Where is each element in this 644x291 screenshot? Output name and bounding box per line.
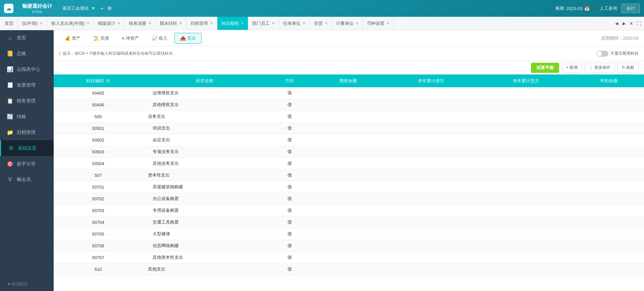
sidebar-item-tax[interactable]: 📋 税务管理	[0, 93, 54, 109]
tab-close-all[interactable]: ✕	[628, 20, 635, 27]
tab-item-1[interactable]: 仅(中期)✕	[18, 17, 47, 30]
sidebar-item-guide[interactable]: 🎯 新手引导	[0, 156, 54, 172]
tab-close-btn[interactable]: ✕	[148, 21, 151, 26]
main-layout: ⌂ 首页 📒 总账 📊 云报表中心 🧾 发票管理 📋 税务管理 🔄 结账 📁 归…	[0, 30, 644, 291]
sidebar-item-archive[interactable]: 📁 归档管理	[0, 125, 54, 140]
settings-icon[interactable]: ⚙	[107, 5, 112, 11]
cell-year-opening	[573, 193, 644, 205]
calendar-icon[interactable]: 📅	[584, 6, 590, 11]
cell-ytd-debit	[383, 134, 478, 146]
tab-close-btn[interactable]: ✕	[87, 21, 90, 26]
tab-label: 归档管理	[191, 20, 208, 27]
tab-item-2[interactable]: 收入支出表(年报)✕	[47, 17, 94, 30]
sidebar-item-ledger[interactable]: 📒 总账	[0, 46, 54, 61]
table-row[interactable]: 510 其他支出 借	[54, 263, 644, 275]
table-row[interactable]: 50704 交通工具购置 借	[54, 216, 644, 228]
tab-item-8[interactable]: 部门员工✕	[248, 17, 279, 30]
table-row[interactable]: 50503 专项业务支出 借	[54, 146, 644, 158]
tab-item-6[interactable]: 归档管理✕	[186, 17, 217, 30]
cell-name: 业务支出	[143, 111, 266, 123]
tab-item-0[interactable]: 首页	[1, 17, 18, 30]
cell-year-opening	[573, 252, 644, 263]
table-row[interactable]: 50705 大型修缮 借	[54, 228, 644, 240]
tab-item-5[interactable]: 期末结转✕	[156, 17, 186, 30]
cell-name: 专用设备购置	[143, 205, 266, 216]
cell-code: 50405	[54, 87, 143, 99]
tab-item-3[interactable]: 模版设计✕	[94, 17, 125, 30]
notice-area: ℹ 提示：按Ctrl + F键并输入科目编码或者科目名称可以查找科目。 不显示禁…	[59, 51, 639, 57]
table-row[interactable]: 50707 其他资本性支出 借	[54, 252, 644, 263]
sidebar-item-reports[interactable]: 📊 云报表中心	[0, 61, 54, 77]
hide-disabled-toggle[interactable]	[596, 51, 608, 57]
table-row[interactable]: 50702 办公设备购置 借	[54, 193, 644, 205]
tab-item-9[interactable]: 往来单位✕	[279, 17, 310, 30]
tab-close-btn[interactable]: ✕	[325, 21, 328, 26]
sidebar-item-checkout[interactable]: 🔄 结账	[0, 109, 54, 125]
cell-code: 507	[54, 169, 143, 181]
table-row[interactable]: 505 业务支出 借	[54, 111, 644, 123]
tab-close-btn[interactable]: ✕	[272, 21, 275, 26]
sub-tab-expenditure[interactable]: 📤 支出	[174, 33, 202, 44]
reports-icon: 📊	[7, 66, 13, 72]
sub-tab-label-net_assets: 净资产	[126, 35, 139, 41]
cell-direction: 借	[266, 111, 313, 123]
tab-fullscreen[interactable]: ⛶	[635, 20, 642, 27]
table-row[interactable]: 50405 运维维权支出 借	[54, 87, 644, 99]
tab-close-btn[interactable]: ✕	[386, 21, 389, 26]
tab-item-7[interactable]: 科目期初✕	[217, 17, 248, 30]
tab-close-btn[interactable]: ✕	[241, 21, 244, 26]
sub-tab-liabilities[interactable]: 📜 负债	[88, 33, 115, 44]
tab-scroll-right[interactable]: ▶	[621, 20, 627, 27]
settings-icon: ⚙	[8, 145, 14, 151]
tab-close-btn[interactable]: ✕	[210, 21, 213, 26]
cell-opening-balance	[313, 123, 384, 134]
tab-close-btn[interactable]: ✕	[179, 21, 182, 26]
table-row[interactable]: 507 资本性支出 借	[54, 169, 644, 181]
tab-close-btn[interactable]: ✕	[117, 21, 120, 26]
cell-ytd-debit	[383, 87, 478, 99]
toggle-wrap: 不显示禁用科目	[596, 51, 639, 57]
table-row[interactable]: 50406 其他维权支出 借	[54, 99, 644, 111]
sidebar-item-member[interactable]: V 畅会员	[0, 172, 54, 187]
sidebar-item-settings[interactable]: ⚙ 基础设置	[0, 140, 54, 156]
cell-ytd-debit	[383, 146, 478, 158]
more-button[interactable]: ⋮ 更多操作	[585, 63, 614, 72]
sidebar-item-home[interactable]: ⌂ 首页	[0, 30, 54, 46]
company-selector[interactable]: 基层工会测试 ▼ ＋ ⚙	[62, 5, 552, 12]
sidebar-item-invoice[interactable]: 🧾 发票管理	[0, 77, 54, 93]
sidebar-collapse-button[interactable]: ◄ 取消固定	[0, 277, 54, 291]
sub-tab-assets[interactable]: 💰 资产	[59, 33, 86, 44]
cell-ytd-debit	[383, 99, 478, 111]
cell-direction: 借	[266, 240, 313, 252]
account-button[interactable]: 会计	[621, 4, 640, 13]
add-button[interactable]: + 新增	[562, 63, 582, 72]
dropdown-icon[interactable]: ▼	[91, 6, 95, 11]
refresh-button[interactable]: ↻ 刷新	[618, 63, 639, 72]
tab-item-10[interactable]: 存货✕	[310, 17, 332, 30]
col-settings-icon[interactable]: ⚙	[106, 78, 110, 83]
content-area: 💰 资产 📜 负债 ≡ 净资产 📈 收入 📤 支出 启用期间：2023.03 ℹ…	[54, 30, 644, 291]
table-row[interactable]: 50706 信息网络购建 借	[54, 240, 644, 252]
tab-close-btn[interactable]: ✕	[356, 21, 359, 26]
table-row[interactable]: 50504 其他业务支出 借	[54, 158, 644, 169]
sub-tab-income[interactable]: 📈 收入	[146, 33, 173, 44]
cell-direction: 借	[266, 134, 313, 146]
table-row[interactable]: 50701 房屋建筑物购建 借	[54, 181, 644, 193]
table-row[interactable]: 50502 会议支出 借	[54, 134, 644, 146]
cell-opening-balance	[313, 181, 384, 193]
tab-close-btn[interactable]: ✕	[40, 21, 43, 26]
tab-nav-buttons: ◀ ▶ ✕ ⛶	[612, 20, 643, 27]
sidebar-label-member: 畅会员	[17, 177, 31, 183]
add-company-icon[interactable]: ＋	[99, 5, 105, 12]
tab-scroll-left[interactable]: ◀	[613, 20, 620, 27]
table-row[interactable]: 50703 专用设备购置 借	[54, 205, 644, 216]
table-row[interactable]: 50501 培训支出 借	[54, 123, 644, 134]
tab-item-4[interactable]: 税表清册✕	[125, 17, 156, 30]
help-button[interactable]: 🎧 人工咨询	[593, 5, 617, 11]
tab-label: 税表清册	[129, 20, 146, 27]
tab-item-11[interactable]: 计量单位✕	[332, 17, 363, 30]
sub-tab-net_assets[interactable]: ≡ 净资产	[116, 33, 145, 44]
balance-button[interactable]: 试算平衡	[531, 63, 559, 73]
tab-item-12[interactable]: 币种设置✕	[363, 17, 394, 30]
tab-close-btn[interactable]: ✕	[303, 21, 306, 26]
